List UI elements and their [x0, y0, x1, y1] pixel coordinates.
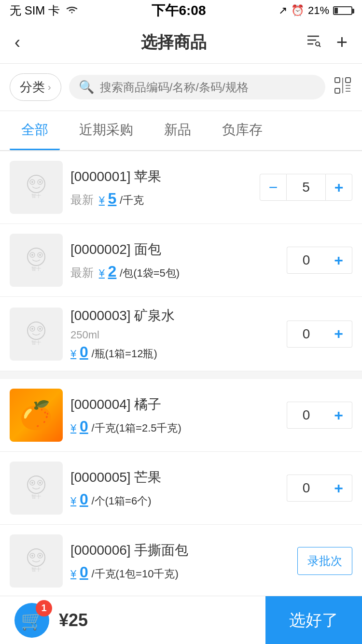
product-name: [0000005] 芒果 — [70, 468, 279, 487]
quantity-display: 0 — [287, 247, 325, 274]
list-item: 🍊 [0000004] 橘子 ¥ 0 /千克(1箱=2.5千克) 0 + — [0, 379, 362, 452]
svg-text:智十: 智十 — [31, 494, 41, 499]
placeholder-icon: 智十 — [22, 544, 51, 578]
nav-bar: ‹ 选择商品 + — [0, 21, 362, 64]
svg-rect-6 — [335, 88, 340, 93]
increment-button[interactable]: + — [325, 247, 352, 274]
svg-point-15 — [31, 181, 33, 183]
increment-button[interactable]: + — [325, 321, 352, 348]
tab-all-label: 全部 — [21, 122, 48, 137]
product-price: ¥ 0 /千克(1包=10千克) — [70, 563, 290, 581]
placeholder-icon: 智十 — [22, 317, 51, 351]
cart-badge: 1 — [36, 600, 52, 616]
svg-point-22 — [39, 254, 41, 256]
alarm-icon: ⏰ — [291, 4, 304, 17]
product-info-p4: [0000004] 橘子 ¥ 0 /千克(1箱=2.5千克) — [70, 395, 279, 435]
svg-text:智十: 智十 — [31, 340, 41, 345]
status-bar: 无 SIM 卡 下午6:08 ↗ ⏰ 21% — [0, 0, 362, 21]
filter-row: 分类 › 🔍 — [0, 64, 362, 111]
svg-point-24 — [28, 322, 45, 339]
product-image-p5: 智十 — [10, 462, 63, 515]
status-left: 无 SIM 卡 — [10, 3, 79, 18]
product-name: [0000003] 矿泉水 — [70, 307, 279, 325]
increment-button[interactable]: + — [325, 475, 352, 502]
back-button[interactable]: ‹ — [14, 32, 43, 53]
increment-button[interactable]: + — [325, 402, 352, 429]
svg-point-30 — [28, 476, 45, 493]
product-name: [0000002] 面包 — [70, 240, 279, 259]
quantity-control-p4: 0 + — [287, 402, 352, 429]
product-price: ¥ 0 /个(1箱=6个) — [70, 490, 279, 508]
category-button[interactable]: 分类 › — [10, 73, 61, 101]
list-item: 智十 [0000002] 面包 最新 ¥ 2 /包(1袋=5包) 0 + — [0, 224, 362, 297]
location-icon: ↗ — [278, 4, 287, 17]
product-price: ¥ 0 /瓶(1箱=12瓶) — [70, 343, 279, 361]
battery-text: 21% — [308, 4, 329, 17]
product-name: [0000006] 手撕面包 — [70, 541, 290, 560]
search-box: 🔍 — [69, 75, 325, 99]
cart-total: ¥25 — [59, 610, 88, 630]
svg-rect-5 — [335, 78, 340, 83]
svg-point-27 — [31, 328, 33, 330]
product-name: [0000001] 苹果 — [70, 168, 252, 186]
svg-text:智十: 智十 — [31, 567, 41, 572]
tab-new[interactable]: 新品 — [153, 111, 203, 150]
list-item: 智十 [0000005] 芒果 ¥ 0 /个(1箱=6个) 0 + — [0, 452, 362, 525]
list-item: 智十 [0000003] 矿泉水 250ml ¥ 0 /瓶(1箱=12瓶) 0 … — [0, 297, 362, 371]
tab-bar: 全部 近期采购 新品 负库存 — [0, 111, 362, 151]
tab-all[interactable]: 全部 — [10, 111, 60, 150]
decrement-button[interactable]: − — [260, 174, 287, 201]
increment-button[interactable]: + — [325, 174, 352, 201]
product-name: [0000004] 橘子 — [70, 395, 279, 414]
svg-text:智十: 智十 — [31, 266, 41, 271]
svg-point-39 — [31, 555, 33, 557]
filter-icon[interactable] — [305, 31, 322, 53]
cart-area: 🛒 1 ¥25 — [0, 603, 265, 638]
tab-recent[interactable]: 近期采购 — [68, 111, 145, 150]
svg-point-28 — [39, 328, 41, 330]
svg-point-34 — [39, 482, 41, 484]
search-input[interactable] — [100, 81, 316, 94]
carrier-text: 无 SIM 卡 — [10, 3, 60, 18]
svg-rect-7 — [346, 78, 350, 83]
product-image-p4: 🍊 — [10, 389, 63, 442]
svg-text:智十: 智十 — [31, 193, 41, 198]
product-info-p5: [0000005] 芒果 ¥ 0 /个(1箱=6个) — [70, 468, 279, 508]
product-info-p3: [0000003] 矿泉水 250ml ¥ 0 /瓶(1箱=12瓶) — [70, 307, 279, 361]
svg-point-16 — [39, 181, 41, 183]
section-divider — [0, 371, 362, 379]
product-info-p6: [0000006] 手撕面包 ¥ 0 /千克(1包=10千克) — [70, 541, 290, 581]
product-info-p2: [0000002] 面包 最新 ¥ 2 /包(1袋=5包) — [70, 240, 279, 280]
product-price: 最新 ¥ 5 /千克 — [70, 190, 252, 208]
nav-actions: + — [305, 31, 348, 53]
quantity-display: 0 — [287, 475, 325, 502]
product-image-p6: 智十 — [10, 534, 63, 588]
quantity-input[interactable] — [287, 174, 325, 201]
product-info-p1: [0000001] 苹果 最新 ¥ 5 /千克 — [70, 168, 252, 208]
list-item: 智十 [0000006] 手撕面包 ¥ 0 /千克(1包=10千克) 录批次 — [0, 525, 362, 598]
bottom-bar: 🛒 1 ¥25 选好了 — [0, 596, 362, 644]
svg-point-33 — [31, 482, 33, 484]
svg-line-4 — [319, 45, 320, 47]
quantity-display: 0 — [287, 402, 325, 429]
cart-button[interactable]: 🛒 1 — [14, 603, 49, 638]
product-image-p2: 智十 — [10, 234, 63, 287]
tab-recent-label: 近期采购 — [79, 122, 133, 137]
tab-negative[interactable]: 负库存 — [210, 111, 274, 150]
quantity-control-p2: 0 + — [287, 247, 352, 274]
product-price: ¥ 0 /千克(1箱=2.5千克) — [70, 418, 279, 435]
confirm-button[interactable]: 选好了 — [265, 596, 362, 644]
svg-point-36 — [28, 549, 45, 566]
tab-negative-label: 负库存 — [222, 122, 263, 137]
scan-icon[interactable] — [333, 76, 352, 99]
page-title: 选择商品 — [141, 31, 207, 54]
svg-point-18 — [28, 248, 45, 266]
product-image-p1: 智十 — [10, 161, 63, 214]
placeholder-icon: 智十 — [22, 471, 51, 505]
add-button[interactable]: + — [336, 31, 348, 53]
battery-icon — [333, 6, 352, 15]
quantity-control-p1: − + — [260, 174, 352, 201]
product-spec: 250ml — [70, 329, 279, 341]
svg-point-3 — [316, 42, 320, 46]
batch-button[interactable]: 录批次 — [297, 547, 352, 575]
